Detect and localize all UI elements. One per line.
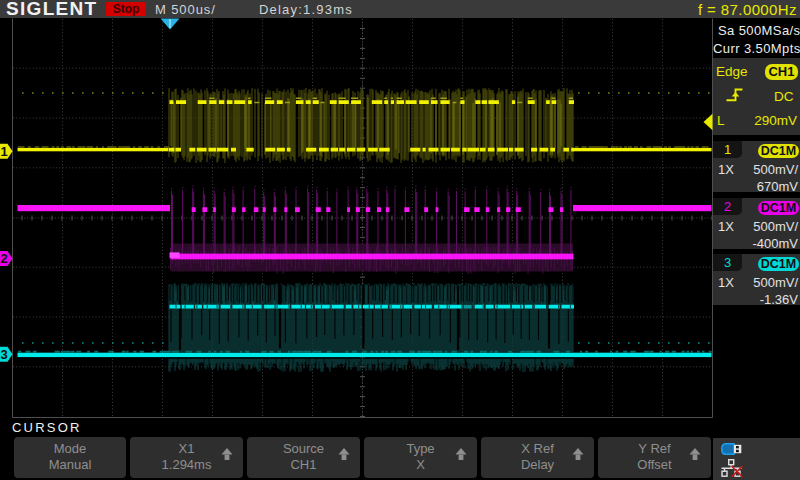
svg-text:3: 3 (0, 347, 7, 362)
svg-text:1: 1 (0, 144, 7, 159)
svg-text:2: 2 (0, 251, 7, 266)
